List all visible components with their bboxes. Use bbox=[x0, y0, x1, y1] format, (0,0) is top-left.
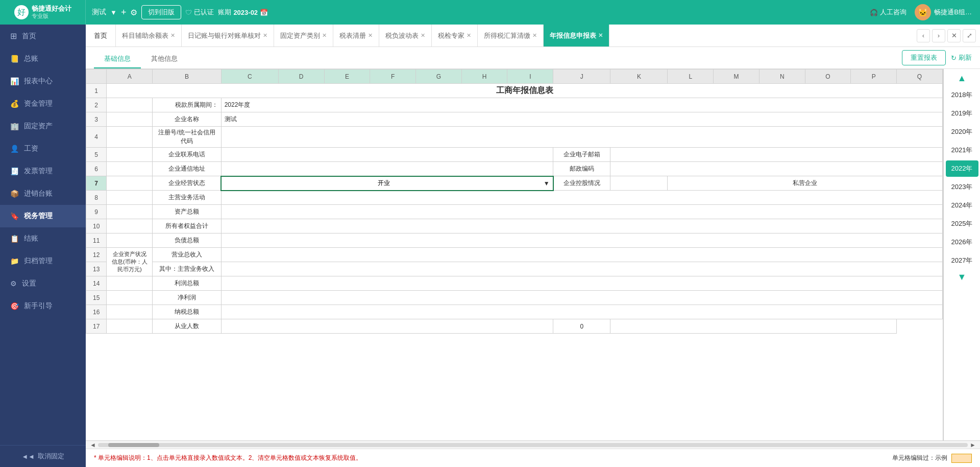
total-tax-cell[interactable] bbox=[221, 305, 942, 319]
close-tab-4-icon[interactable]: ✕ bbox=[368, 32, 373, 39]
status-note: * 单元格编辑说明：1、点击单元格直接录入数值或文本。2、清空单元格数值或文本恢… bbox=[94, 454, 362, 462]
close-all-tabs-button[interactable]: ✕ bbox=[947, 29, 961, 42]
cancel-fixed-button[interactable]: ◄◄ 取消固定 bbox=[0, 445, 86, 467]
sidebar-item-close-period[interactable]: 📋 结账 bbox=[0, 227, 86, 250]
year-scroll-up-button[interactable]: ▲ bbox=[958, 71, 967, 86]
company-name-cell[interactable]: 测试 bbox=[221, 112, 942, 127]
email-cell[interactable] bbox=[610, 148, 943, 162]
dropdown-arrow-icon[interactable]: ▼ bbox=[110, 9, 117, 16]
switch-version-button[interactable]: 切到旧版 bbox=[141, 5, 181, 19]
add-tab-icon[interactable]: + bbox=[121, 7, 127, 18]
table-row: 11 负债总额 bbox=[86, 233, 943, 248]
close-tab-7-icon[interactable]: ✕ bbox=[532, 32, 537, 39]
sidebar-item-invoice[interactable]: 🧾 发票管理 bbox=[0, 160, 86, 182]
reset-report-button[interactable]: 重置报表 bbox=[902, 50, 946, 65]
sidebar-item-tutorial[interactable]: 🎯 新手引导 bbox=[0, 295, 86, 317]
sidebar-item-ledger[interactable]: 📒 总账 bbox=[0, 48, 86, 70]
calendar-icon[interactable]: 📅 bbox=[260, 9, 268, 16]
h-scrollbar[interactable]: ◄ ► bbox=[86, 440, 980, 449]
year-item-2019[interactable]: 2019年 bbox=[946, 105, 978, 122]
equity-cell[interactable] bbox=[221, 219, 942, 233]
year-item-2025[interactable]: 2025年 bbox=[946, 216, 978, 232]
refresh-button[interactable]: ↻ 刷新 bbox=[951, 53, 972, 62]
tab-tax-forms[interactable]: 税表清册 ✕ bbox=[333, 25, 379, 46]
tab-income-tax[interactable]: 所得税汇算清缴 ✕ bbox=[478, 25, 544, 46]
sidebar-item-reports[interactable]: 📊 报表中心 bbox=[0, 70, 86, 92]
holding-type-cell[interactable]: 私营企业 bbox=[668, 176, 943, 191]
year-item-2026[interactable]: 2026年 bbox=[946, 234, 978, 250]
year-item-2024[interactable]: 2024年 bbox=[946, 197, 978, 214]
tab-fixed-assets[interactable]: 固定资产类别 ✕ bbox=[274, 25, 333, 46]
sidebar-item-tax[interactable]: 🔖 税务管理 bbox=[0, 205, 86, 227]
table-row: 2 税款所属期间： 2022年度 bbox=[86, 98, 943, 112]
col-header-q: Q bbox=[897, 69, 943, 84]
settings-icon[interactable]: ⚙ bbox=[130, 8, 137, 17]
verified-badge: 🛡 已认证 bbox=[185, 8, 214, 17]
close-tab-2-icon[interactable]: ✕ bbox=[263, 32, 267, 39]
sidebar-item-archive[interactable]: 📁 归档管理 bbox=[0, 250, 86, 272]
tab-tax-fluctuation[interactable]: 税负波动表 ✕ bbox=[379, 25, 432, 46]
spreadsheet-table: A B C D E F G H I J K L bbox=[86, 69, 943, 334]
sidebar-item-finance[interactable]: 💰 资金管理 bbox=[0, 92, 86, 115]
tab-bank-reconcile[interactable]: 日记账与银行对账单核对 ✕ bbox=[182, 25, 274, 46]
total-revenue-cell[interactable] bbox=[221, 248, 942, 262]
inventory-icon: 📦 bbox=[10, 190, 19, 198]
user-avatar-area[interactable]: 🐱 畅捷通B组… bbox=[915, 4, 972, 20]
payroll-icon: 👤 bbox=[10, 145, 19, 153]
pin-icon: ◄◄ bbox=[21, 453, 35, 460]
phone-cell[interactable] bbox=[221, 148, 553, 162]
year-scroll-down-button[interactable]: ▼ bbox=[958, 270, 967, 285]
main-revenue-cell[interactable] bbox=[221, 262, 942, 276]
tab-auxiliary-ledger[interactable]: 科目辅助余额表 ✕ bbox=[116, 25, 182, 46]
tab-basic-info[interactable]: 基础信息 bbox=[94, 50, 141, 68]
expand-icon[interactable]: ⤢ bbox=[963, 29, 976, 42]
address-cell[interactable] bbox=[221, 162, 553, 176]
tax-period-cell[interactable]: 2022年度 bbox=[221, 98, 942, 112]
table-row: 15 净利润 bbox=[86, 291, 943, 305]
close-tab-3-icon[interactable]: ✕ bbox=[322, 32, 327, 39]
year-item-2023[interactable]: 2023年 bbox=[946, 179, 978, 195]
service-button[interactable]: 🎧 人工咨询 bbox=[870, 8, 906, 17]
sidebar-item-inventory[interactable]: 📦 进销台账 bbox=[0, 182, 86, 205]
tab-other-info[interactable]: 其他信息 bbox=[141, 50, 188, 68]
sidebar-item-assets[interactable]: 🏢 固定资产 bbox=[0, 115, 86, 137]
close-tab-6-icon[interactable]: ✕ bbox=[467, 32, 471, 39]
registration-number-cell[interactable] bbox=[221, 127, 942, 148]
home-tab-label: 首页 bbox=[94, 31, 107, 40]
table-row: 6 企业通信地址 邮政编码 bbox=[86, 162, 943, 176]
tab-scroll-right-button[interactable]: › bbox=[932, 29, 945, 42]
close-tab-1-icon[interactable]: ✕ bbox=[170, 32, 175, 39]
business-status-cell[interactable]: 开业 ▼ bbox=[221, 176, 553, 191]
total-assets-cell[interactable] bbox=[221, 205, 942, 219]
refresh-icon: ↻ bbox=[951, 54, 957, 62]
employee-count-cell[interactable] bbox=[221, 319, 553, 334]
spreadsheet-container[interactable]: A B C D E F G H I J K L bbox=[86, 69, 943, 440]
tab-home[interactable]: 首页 bbox=[86, 25, 116, 46]
year-item-2021[interactable]: 2021年 bbox=[946, 142, 978, 158]
period-info: 账期 2023-02 📅 bbox=[218, 8, 268, 17]
sidebar-item-home[interactable]: ⊞ 首页 bbox=[0, 25, 86, 48]
main-business-cell[interactable] bbox=[221, 191, 942, 205]
year-item-2022[interactable]: 2022年 bbox=[946, 160, 978, 177]
tab-scroll-left-button[interactable]: ‹ bbox=[917, 29, 930, 42]
year-item-2020[interactable]: 2020年 bbox=[946, 124, 978, 140]
total-profit-cell[interactable] bbox=[221, 276, 942, 291]
net-profit-cell[interactable] bbox=[221, 291, 942, 305]
col-header-e: E bbox=[324, 69, 370, 84]
year-item-2027[interactable]: 2027年 bbox=[946, 252, 978, 269]
total-liabilities-cell[interactable] bbox=[221, 233, 942, 248]
user-name: 畅捷通B组… bbox=[934, 8, 972, 17]
postal-code-cell[interactable] bbox=[610, 162, 943, 176]
close-tab-8-icon[interactable]: ✕ bbox=[598, 32, 603, 39]
tab-tax-expert[interactable]: 税检专家 ✕ bbox=[432, 25, 478, 46]
sidebar-item-settings[interactable]: ⚙ 设置 bbox=[0, 272, 86, 295]
logo-edition: 专业版 bbox=[32, 12, 71, 20]
tab-annual-report[interactable]: 年报信息申报表 ✕ bbox=[544, 25, 609, 46]
sidebar-item-payroll[interactable]: 👤 工资 bbox=[0, 137, 86, 160]
title-cell[interactable]: 工商年报信息表 bbox=[107, 84, 943, 98]
dropdown-indicator[interactable]: ▼ bbox=[544, 180, 550, 187]
year-item-2018[interactable]: 2018年 bbox=[946, 87, 978, 103]
close-tab-5-icon[interactable]: ✕ bbox=[421, 32, 425, 39]
logo-name: 畅捷通好会计 bbox=[32, 5, 71, 13]
reports-icon: 📊 bbox=[10, 77, 19, 85]
